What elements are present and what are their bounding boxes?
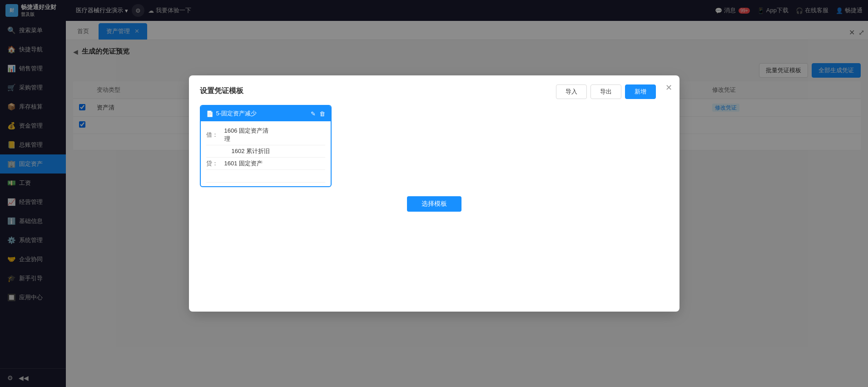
template-entry-2: 1602 累计折旧 bbox=[206, 145, 325, 158]
template-list: 📄 5-固定资产减少 ✎ 🗑 借： 1606 固定资产清理 bbox=[200, 105, 669, 187]
template-card[interactable]: 📄 5-固定资产减少 ✎ 🗑 借： 1606 固定资产清理 bbox=[200, 105, 332, 187]
template-card-header: 📄 5-固定资产减少 ✎ 🗑 bbox=[201, 106, 331, 121]
modal-overlay: 设置凭证模板 ✕ 导入 导出 新增 📄 5-固定资产减少 ✎ 🗑 bbox=[0, 0, 868, 387]
entry-type-1: 借： bbox=[206, 131, 224, 139]
entry-type-3: 贷： bbox=[206, 159, 224, 168]
select-template-section: 选择模板 bbox=[200, 196, 669, 212]
doc-icon: 📄 bbox=[206, 110, 213, 117]
modal-toolbar: 导入 导出 新增 bbox=[556, 84, 656, 99]
delete-icon[interactable]: 🗑 bbox=[319, 110, 325, 117]
template-card-body: 借： 1606 固定资产清理 1602 累计折旧 贷： 1601 固定资产 bbox=[201, 121, 331, 186]
new-button[interactable]: 新增 bbox=[625, 84, 656, 99]
entry-account-3: 1601 固定资产 bbox=[224, 159, 271, 168]
template-entry-1: 借： 1606 固定资产清理 bbox=[206, 125, 325, 145]
template-actions: ✎ 🗑 bbox=[311, 110, 325, 117]
template-header-left: 📄 5-固定资产减少 bbox=[206, 109, 257, 118]
template-name: 5-固定资产减少 bbox=[216, 109, 257, 118]
modal: 设置凭证模板 ✕ 导入 导出 新增 📄 5-固定资产减少 ✎ 🗑 bbox=[189, 75, 680, 312]
edit-icon[interactable]: ✎ bbox=[311, 110, 316, 117]
empty-row bbox=[206, 170, 325, 183]
import-button[interactable]: 导入 bbox=[556, 84, 587, 99]
select-template-button[interactable]: 选择模板 bbox=[407, 196, 461, 212]
entry-account-2: 1602 累计折旧 bbox=[224, 147, 271, 155]
template-entry-3: 贷： 1601 固定资产 bbox=[206, 158, 325, 170]
modal-close-button[interactable]: ✕ bbox=[665, 83, 672, 93]
export-button[interactable]: 导出 bbox=[590, 84, 621, 99]
entry-account-1: 1606 固定资产清理 bbox=[224, 127, 271, 143]
